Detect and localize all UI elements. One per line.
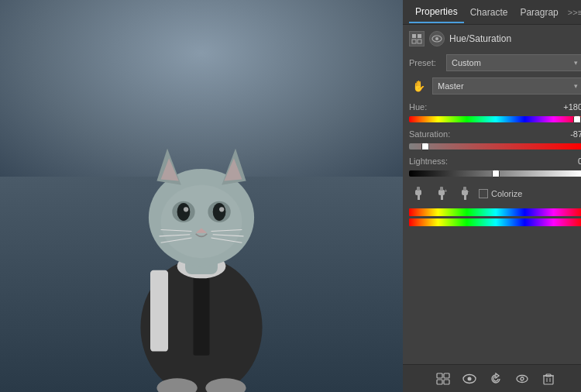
colorize-checkbox[interactable] xyxy=(479,189,488,198)
cat-image xyxy=(0,0,403,392)
canvas-area xyxy=(0,0,403,392)
svg-point-13 xyxy=(177,203,191,221)
colorize-row: Colorize xyxy=(479,189,522,198)
delete-toolbar-button[interactable] xyxy=(540,370,557,387)
rainbow-bar-top xyxy=(409,208,581,216)
hue-slider-track xyxy=(409,116,581,122)
tabs-menu-button[interactable]: ≡ xyxy=(578,8,581,17)
svg-rect-33 xyxy=(415,190,421,195)
svg-rect-44 xyxy=(444,373,449,378)
svg-rect-32 xyxy=(418,194,420,200)
panel-eye-icon[interactable] xyxy=(429,31,445,46)
tab-character[interactable]: Characte xyxy=(464,2,514,22)
svg-rect-26 xyxy=(412,34,416,38)
tools-row: + - Colorize xyxy=(409,185,581,202)
svg-point-50 xyxy=(521,377,524,380)
hue-label: Hue: xyxy=(409,102,427,112)
svg-rect-1 xyxy=(150,270,168,352)
colorize-label: Colorize xyxy=(491,189,522,198)
svg-rect-43 xyxy=(437,373,442,378)
cat-svg xyxy=(77,51,325,392)
tabs: Properties Characte Paragrap >> ≡ xyxy=(403,0,581,25)
svg-rect-39 xyxy=(464,194,466,200)
svg-rect-28 xyxy=(412,40,416,43)
panel-header: Hue/Saturation xyxy=(409,31,581,46)
eyedropper-button[interactable] xyxy=(409,185,428,202)
preset-select[interactable]: Custom Default Cyanotype Increase Satura… xyxy=(446,54,581,71)
lightness-slider-thumb[interactable] xyxy=(492,170,500,177)
saturation-label: Saturation: xyxy=(409,129,450,139)
adjustment-layer-icon[interactable] xyxy=(409,31,425,46)
visibility-toolbar-button[interactable] xyxy=(461,370,478,387)
lightness-slider-row: Lightness: 0 xyxy=(409,156,581,179)
svg-rect-41 xyxy=(463,187,466,191)
channel-row: ✋ Master Reds Yellows Greens Cyans Blues… xyxy=(409,77,581,95)
svg-rect-29 xyxy=(418,40,421,43)
tab-paragraph[interactable]: Paragrap xyxy=(514,2,564,22)
svg-point-48 xyxy=(468,377,472,380)
eye-toolbar-button[interactable] xyxy=(514,370,531,387)
channel-select[interactable]: Master Reds Yellows Greens Cyans Blues M… xyxy=(432,77,581,95)
svg-rect-27 xyxy=(418,34,421,38)
saturation-slider-row: Saturation: -87 xyxy=(409,129,581,152)
svg-text:-: - xyxy=(467,187,469,194)
right-panel: Properties Characte Paragrap >> ≡ Hue/Sa… xyxy=(403,0,581,392)
rainbow-bar-bottom xyxy=(409,218,581,226)
svg-rect-46 xyxy=(444,380,449,384)
svg-point-49 xyxy=(517,375,528,382)
tabs-more-button[interactable]: >> xyxy=(568,8,578,17)
svg-rect-35 xyxy=(441,194,443,200)
preset-label: Preset: xyxy=(409,58,442,67)
layer-toolbar-button[interactable] xyxy=(435,370,452,387)
hue-value: +180 xyxy=(559,102,581,112)
saturation-slider-track xyxy=(409,143,581,150)
saturation-slider-track-container[interactable] xyxy=(409,141,581,152)
svg-point-10 xyxy=(161,185,242,258)
svg-rect-37 xyxy=(440,187,443,191)
svg-text:+: + xyxy=(444,187,447,194)
lightness-value: 0 xyxy=(559,156,581,166)
svg-rect-45 xyxy=(437,380,442,384)
hue-slider-thumb[interactable] xyxy=(573,115,581,123)
eyedropper-subtract-button[interactable]: - xyxy=(456,185,474,202)
panel-title: Hue/Saturation xyxy=(449,33,511,44)
channel-select-wrapper: Master Reds Yellows Greens Cyans Blues M… xyxy=(432,77,581,95)
svg-rect-2 xyxy=(194,266,210,356)
hue-slider-track-container[interactable] xyxy=(409,114,581,125)
svg-rect-51 xyxy=(544,376,553,384)
bottom-toolbar xyxy=(403,364,581,392)
hand-tool-icon[interactable]: ✋ xyxy=(409,77,428,95)
svg-point-14 xyxy=(213,203,226,221)
tab-properties[interactable]: Properties xyxy=(409,2,464,23)
svg-point-16 xyxy=(219,207,224,211)
preset-select-wrapper: Custom Default Cyanotype Increase Satura… xyxy=(446,54,581,71)
preset-row: Preset: Custom Default Cyanotype Increas… xyxy=(409,54,581,71)
saturation-slider-thumb[interactable] xyxy=(421,143,429,150)
svg-point-31 xyxy=(435,37,438,40)
saturation-value: -87 xyxy=(559,129,581,139)
lightness-label: Lightness: xyxy=(409,156,448,166)
hue-slider-row: Hue: +180 xyxy=(409,102,581,125)
eyedropper-add-button[interactable]: + xyxy=(432,185,451,202)
reset-toolbar-button[interactable] xyxy=(487,370,504,387)
panel-body: Hue/Saturation Preset: Custom Default Cy… xyxy=(403,25,581,364)
svg-rect-34 xyxy=(417,187,420,191)
svg-point-15 xyxy=(184,207,188,211)
lightness-slider-track-container[interactable] xyxy=(409,168,581,179)
